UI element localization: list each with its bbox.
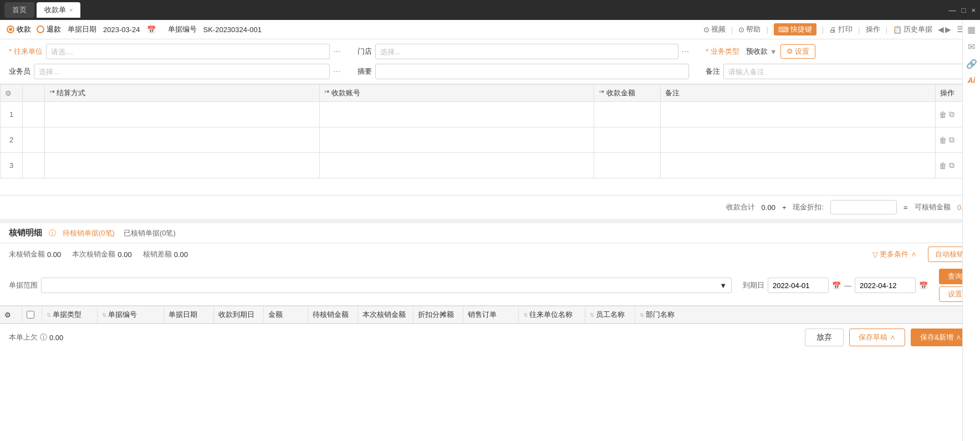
history-icon: 📋 bbox=[893, 25, 902, 34]
btn-history[interactable]: 📋 历史单据 bbox=[893, 24, 932, 34]
sidebar-ai-icon[interactable]: Ai bbox=[968, 76, 976, 85]
row-3-settlement-input[interactable] bbox=[45, 153, 319, 178]
row-2-amount-input[interactable] bbox=[594, 127, 660, 152]
row-2-account[interactable] bbox=[319, 127, 594, 153]
notes-group: 备注 bbox=[706, 64, 971, 79]
btn-help[interactable]: ⊙ 帮助 bbox=[738, 24, 760, 34]
available-label: 可核销金额 bbox=[915, 202, 951, 212]
salesperson-group: 业务员 ··· bbox=[9, 64, 341, 79]
row-1-delete-icon[interactable]: 🗑 bbox=[939, 110, 947, 119]
notes-input[interactable] bbox=[723, 64, 971, 79]
row-2-settlement-input[interactable] bbox=[45, 127, 319, 152]
video-icon: ⊙ bbox=[703, 25, 710, 34]
row-2-delete-icon[interactable]: 🗑 bbox=[939, 136, 947, 145]
wt-col-settings[interactable]: ⚙ bbox=[0, 307, 22, 322]
range-select[interactable]: ▼ bbox=[41, 278, 732, 293]
discount-input[interactable] bbox=[830, 200, 897, 214]
date-from-input[interactable] bbox=[768, 278, 829, 293]
radio-receipt[interactable]: 收款 bbox=[7, 24, 31, 34]
row-3-note-input[interactable] bbox=[661, 153, 935, 178]
tab-home[interactable]: 首页 bbox=[4, 2, 34, 18]
writeoff-info-icon[interactable]: ⓘ bbox=[49, 228, 56, 238]
form-settings-btn[interactable]: ⚙ 设置 bbox=[780, 44, 816, 59]
save-draft-btn[interactable]: 保存草稿 ∧ bbox=[849, 329, 905, 346]
table-settings-icon[interactable]: ⚙ bbox=[5, 89, 12, 98]
wt-col-current: 本次核销金额 bbox=[358, 306, 414, 323]
store-input[interactable] bbox=[375, 44, 678, 59]
row-3-account-input[interactable] bbox=[320, 153, 594, 178]
sidebar-table-icon[interactable]: ▦ bbox=[967, 24, 976, 35]
number-value: SK-20230324-001 bbox=[203, 25, 262, 34]
select-all-checkbox[interactable] bbox=[27, 311, 34, 319]
calendar-from-icon[interactable]: 📅 bbox=[832, 281, 841, 290]
row-1-account[interactable] bbox=[319, 102, 594, 127]
radio-refund[interactable]: 退款 bbox=[37, 24, 61, 34]
summary-input[interactable] bbox=[375, 64, 690, 79]
row-3-copy-icon[interactable]: ⧉ bbox=[949, 161, 955, 170]
bottom-actions: 放弃 保存草稿 ∧ 保存&新增 ∧ bbox=[805, 329, 971, 346]
writeoff-tab-pending[interactable]: 待核销单据(0笔) bbox=[63, 228, 115, 238]
row-2-settlement[interactable] bbox=[45, 127, 320, 153]
sidebar-link-icon[interactable]: 🔗 bbox=[966, 59, 977, 69]
info-help-icon[interactable]: ⓘ bbox=[40, 332, 47, 342]
tab-current[interactable]: 收款单 × bbox=[37, 2, 80, 18]
calendar-icon[interactable]: 📅 bbox=[147, 25, 156, 34]
btn-video[interactable]: ⊙ 视频 bbox=[703, 24, 726, 34]
wt-col-discount: 折扣分摊额 bbox=[414, 306, 463, 323]
close-window-icon[interactable]: × bbox=[971, 6, 976, 14]
date-range-filter: 到期日 📅 — 📅 bbox=[743, 278, 928, 293]
row-1-amount-input[interactable] bbox=[594, 102, 660, 127]
date-to-input[interactable] bbox=[855, 278, 916, 293]
row-1-copy-icon[interactable]: ⧉ bbox=[949, 110, 955, 119]
row-1-account-input[interactable] bbox=[320, 102, 594, 127]
tab-close-icon[interactable]: × bbox=[69, 7, 73, 13]
calendar-to-icon[interactable]: 📅 bbox=[919, 281, 928, 290]
minimize-icon[interactable]: — bbox=[949, 6, 956, 14]
row-2-copy-icon[interactable]: ⧉ bbox=[949, 135, 955, 145]
summary-row: 收款合计 0.00 + 现金折扣: = 可核销金额 0.00 bbox=[0, 195, 980, 219]
col-settings[interactable]: ⚙ bbox=[1, 85, 23, 102]
writeoff-stats: 未核销金额 0.00 本次核销金额 0.00 核销差额 0.00 ▽ 更多条件 … bbox=[0, 243, 980, 265]
field-row-2: 业务员 ··· 摘要 备注 bbox=[9, 64, 971, 79]
row-1-settlement[interactable] bbox=[45, 102, 320, 127]
range-label: 单据范围 bbox=[9, 280, 38, 290]
business-type-dropdown[interactable]: ▼ bbox=[770, 48, 777, 56]
row-3-settlement[interactable] bbox=[45, 153, 320, 178]
row-3-note[interactable] bbox=[661, 153, 936, 178]
store-more-btn[interactable]: ··· bbox=[682, 47, 689, 57]
row-2-note[interactable] bbox=[661, 127, 936, 153]
diff-value: 0.00 bbox=[174, 250, 188, 259]
nav-prev[interactable]: ◀ bbox=[938, 25, 944, 34]
wt-col-checkbox[interactable] bbox=[22, 307, 42, 322]
row-1-note-input[interactable] bbox=[661, 102, 935, 127]
wt-col-pending: 待核销金额 bbox=[308, 306, 358, 323]
salesperson-more-btn[interactable]: ··· bbox=[333, 66, 340, 76]
counterparty-input[interactable] bbox=[46, 44, 330, 59]
btn-shortcuts[interactable]: ⌨ 快捷键 bbox=[774, 23, 816, 35]
counterparty-more-btn[interactable]: ··· bbox=[333, 47, 340, 57]
more-conditions-btn[interactable]: ▽ 更多条件 ∧ bbox=[872, 249, 917, 259]
salesperson-input[interactable] bbox=[34, 64, 330, 79]
abandon-btn[interactable]: 放弃 bbox=[805, 329, 844, 346]
row-1-amount[interactable] bbox=[594, 102, 661, 127]
sidebar-mail-icon[interactable]: ✉ bbox=[968, 42, 975, 52]
row-1-note[interactable] bbox=[661, 102, 936, 127]
row-3-amount-input[interactable] bbox=[594, 153, 660, 178]
maximize-icon[interactable]: □ bbox=[962, 6, 966, 14]
row-3-num: 3 bbox=[1, 153, 23, 178]
row-3-delete-icon[interactable]: 🗑 bbox=[939, 161, 947, 170]
row-3-account[interactable] bbox=[319, 153, 594, 178]
row-2-account-input[interactable] bbox=[320, 127, 594, 152]
row-1-settlement-input[interactable] bbox=[45, 102, 319, 127]
writeoff-table-header: ⚙ ⇅ 单据类型 ⇅ 单据编号 单据日期 收款到期日 金额 待核销金额 bbox=[0, 306, 980, 324]
col-settlement: * * 结算方式 bbox=[45, 85, 320, 102]
btn-operation[interactable]: 操作 bbox=[866, 24, 880, 34]
row-2-note-input[interactable] bbox=[661, 127, 935, 152]
row-2-amount[interactable] bbox=[594, 127, 661, 153]
row-3-amount[interactable] bbox=[594, 153, 661, 178]
btn-print[interactable]: 🖨 打印 bbox=[829, 24, 853, 34]
nav-next[interactable]: ▶ bbox=[945, 25, 951, 34]
summary-label: 摘要 bbox=[358, 66, 372, 76]
writeoff-tab-done[interactable]: 已核销单据(0笔) bbox=[124, 228, 176, 238]
discount-label: 现金折扣: bbox=[793, 202, 824, 212]
